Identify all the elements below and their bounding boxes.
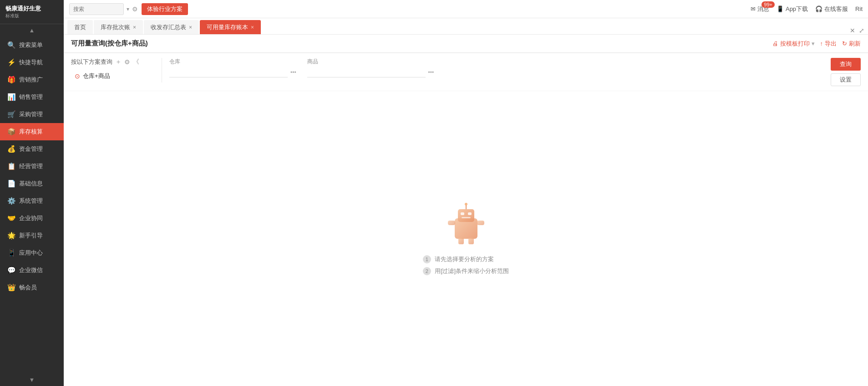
sidebar-item-label: 销售管理 <box>19 93 43 101</box>
topbar-search-input[interactable] <box>69 3 124 15</box>
svg-rect-8 <box>477 221 484 225</box>
scheme-label: 仓库+商品 <box>83 72 110 80</box>
sidebar-item-marketing[interactable]: 🎁 营销推广 <box>0 71 64 88</box>
dropdown-icon[interactable]: ▾ <box>127 6 129 12</box>
filter-field-product: 商品 ••• <box>307 58 434 77</box>
sidebar-item-label: 应用中心 <box>19 249 43 257</box>
sidebar-item-label: 基础信息 <box>19 180 43 188</box>
message-icon: ✉ <box>751 5 756 12</box>
tab-available-ledger[interactable]: 可用量库存账本 × <box>200 20 261 34</box>
empty-tips: 1 请先选择要分析的方案 2 用[过滤]条件来缩小分析范围 <box>423 255 509 275</box>
expand-icon[interactable]: ⤢ <box>859 27 864 34</box>
product-input-row: ••• <box>307 67 434 77</box>
tab-batch-ledger[interactable]: 库存批次账 × <box>94 20 143 34</box>
sidebar-item-label: 畅会员 <box>19 283 37 292</box>
empty-tip-2: 2 用[过滤]条件来缩小分析范围 <box>423 267 509 275</box>
sales-icon: 📊 <box>7 93 15 101</box>
sidebar-item-inventory[interactable]: 📦 库存核算 <box>0 123 64 140</box>
message-badge: 99+ <box>761 1 775 8</box>
online-service-btn[interactable]: 🎧 在线客服 <box>815 5 848 13</box>
svg-rect-2 <box>461 212 464 215</box>
empty-tip-1: 1 请先选择要分析的方案 <box>423 255 509 263</box>
edit-scheme-btn[interactable]: ⚙ <box>124 58 130 66</box>
filter-field-warehouse: 仓库 ••• <box>169 58 296 77</box>
query-btn[interactable]: 查询 <box>831 58 861 71</box>
tab-receive-summary[interactable]: 收发存汇总表 × <box>144 20 199 34</box>
empty-illustration <box>443 202 489 248</box>
phone-icon: 📱 <box>777 5 784 12</box>
export-icon: ↑ <box>820 40 823 47</box>
sidebar-item-label: 新手引导 <box>19 232 43 240</box>
operations-icon: 📋 <box>7 162 15 170</box>
refresh-btn[interactable]: ↻ 刷新 <box>842 40 861 48</box>
system-icon: ⚙️ <box>7 197 15 205</box>
sidebar: 畅康通好生意 标准版 ▲ 🔍 搜索菜单 ⚡ 快捷导航 🎁 营销推广 📊 销售管理… <box>0 0 64 386</box>
warehouse-input[interactable] <box>169 67 288 77</box>
filter-scheme-header: 按以下方案查询 ＋ ⚙ 《 <box>71 58 156 66</box>
topbar: ▾ ⚙ 体验行业方案 ✉ 消息 99+ 📱 App下载 🎧 在线客服 Rit <box>64 0 868 18</box>
sidebar-item-finance[interactable]: 💰 资金管理 <box>0 140 64 158</box>
sidebar-item-quicknav[interactable]: ⚡ 快捷导航 <box>0 54 64 71</box>
sidebar-item-purchase[interactable]: 🛒 采购管理 <box>0 106 64 123</box>
scheme-icon: ⊙ <box>75 72 80 80</box>
sidebar-item-sales[interactable]: 📊 销售管理 <box>0 88 64 106</box>
sidebar-item-wechat[interactable]: 💬 企业微信 <box>0 262 64 279</box>
purchase-icon: 🛒 <box>7 110 15 118</box>
sidebar-item-label: 采购管理 <box>19 110 43 118</box>
svg-rect-3 <box>468 212 472 215</box>
print-dropdown-icon[interactable]: ▾ <box>812 40 815 47</box>
svg-rect-5 <box>458 238 464 244</box>
warehouse-input-row: ••• <box>169 67 296 77</box>
product-more-icon[interactable]: ••• <box>428 69 434 76</box>
tab-home[interactable]: 首页 <box>67 20 93 34</box>
main-area: ▾ ⚙ 体验行业方案 ✉ 消息 99+ 📱 App下载 🎧 在线客服 Rit <box>64 0 868 386</box>
tab-close-icon[interactable]: × <box>189 25 192 30</box>
page-title: 可用量查询(按仓库+商品) <box>71 39 772 48</box>
sidebar-item-search[interactable]: 🔍 搜索菜单 <box>0 36 64 54</box>
sidebar-item-newguide[interactable]: 🌟 新手引导 <box>0 227 64 244</box>
add-scheme-btn[interactable]: ＋ <box>115 58 122 66</box>
topbar-search-area: ▾ ⚙ <box>69 3 138 15</box>
tab-label: 收发存汇总表 <box>151 23 186 31</box>
warehouse-more-icon[interactable]: ••• <box>290 69 296 76</box>
app-download-btn[interactable]: 📱 App下载 <box>777 5 808 13</box>
sidebar-item-label: 系统管理 <box>19 197 43 205</box>
scroll-up-btn[interactable]: ▲ <box>0 24 64 36</box>
app-name: 畅康通好生意 <box>5 5 41 13</box>
scheme-warehouse-product[interactable]: ⊙ 仓库+商品 <box>71 70 156 82</box>
search-icon: 🔍 <box>7 41 15 49</box>
tab-label: 可用量库存账本 <box>207 23 248 31</box>
svg-rect-7 <box>448 221 455 225</box>
scroll-down-btn[interactable]: ▼ <box>0 374 64 386</box>
product-label: 商品 <box>307 58 434 66</box>
finance-icon: 💰 <box>7 145 15 153</box>
settings-btn[interactable]: 设置 <box>831 73 861 86</box>
app-icon: 📱 <box>7 249 15 257</box>
sidebar-item-operations[interactable]: 📋 经营管理 <box>0 158 64 175</box>
filter-conditions: 仓库 ••• 商品 ••• <box>162 58 823 77</box>
refresh-icon: ↻ <box>842 40 847 47</box>
tip-number-2: 2 <box>423 267 431 275</box>
industry-btn[interactable]: 体验行业方案 <box>142 3 188 15</box>
message-btn[interactable]: ✉ 消息 99+ <box>751 5 769 13</box>
sidebar-item-label: 资金管理 <box>19 145 43 153</box>
collapse-scheme-btn[interactable]: 《 <box>133 58 139 66</box>
sidebar-logo: 畅康通好生意 标准版 <box>0 0 64 24</box>
user-menu-btn[interactable]: Rit <box>855 5 863 12</box>
print-template-btn[interactable]: 🖨 按模板打印 ▾ <box>772 40 815 48</box>
close-all-icon[interactable]: ✕ <box>850 27 855 34</box>
sidebar-item-appcenter[interactable]: 📱 应用中心 <box>0 244 64 262</box>
sidebar-item-member[interactable]: 👑 畅会员 <box>0 279 64 296</box>
sidebar-item-enterprise[interactable]: 🤝 企业协同 <box>0 210 64 227</box>
gear-icon[interactable]: ⚙ <box>132 5 138 13</box>
sidebar-item-system[interactable]: ⚙️ 系统管理 <box>0 192 64 210</box>
sidebar-item-basic[interactable]: 📄 基础信息 <box>0 175 64 192</box>
filter-scheme-label: 按以下方案查询 <box>71 58 112 66</box>
sidebar-item-label: 快捷导航 <box>19 58 43 67</box>
product-input[interactable] <box>307 67 426 77</box>
tab-close-icon[interactable]: × <box>251 25 254 30</box>
export-btn[interactable]: ↑ 导出 <box>820 40 837 48</box>
page-content: 可用量查询(按仓库+商品) 🖨 按模板打印 ▾ ↑ 导出 ↻ 刷新 <box>64 35 868 386</box>
basic-icon: 📄 <box>7 180 15 188</box>
tab-close-icon[interactable]: × <box>133 25 136 30</box>
